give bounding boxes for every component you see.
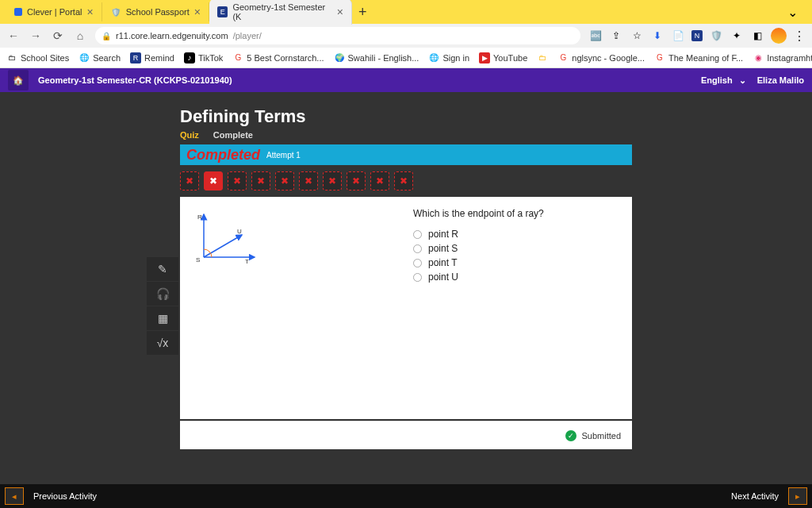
svg-text:U: U <box>237 228 242 235</box>
question-5[interactable]: ✖ <box>275 171 294 190</box>
new-tab-button[interactable]: + <box>352 4 373 21</box>
browser-tab-1[interactable]: Clever | Portal × <box>6 2 102 21</box>
completed-label: Completed <box>186 147 260 164</box>
addr-actions: 🔤 ⇪ ☆ ⬇ 📄 N 🛡️ ✦ ◧ ⋮ <box>588 28 806 44</box>
tab-label: Clever | Portal <box>27 7 82 17</box>
course-title: Geometry-1st Semester-CR (KCKPS-02101940… <box>38 75 232 85</box>
bookmark-folder[interactable]: 🗀 <box>537 52 548 64</box>
extensions-icon[interactable]: ✦ <box>730 29 744 43</box>
option-s[interactable]: point S <box>413 243 621 254</box>
bookmark-nglsync[interactable]: Gnglsync - Google... <box>557 52 645 64</box>
lock-icon: 🔒 <box>102 32 111 40</box>
question-2[interactable]: ✖ <box>204 171 223 190</box>
folder-icon: 🗀 <box>537 52 548 64</box>
question-8[interactable]: ✖ <box>347 171 366 190</box>
tab-label: School Passport <box>126 7 190 17</box>
globe-icon: 🌐 <box>79 52 90 64</box>
swahili-icon: 🌍 <box>334 52 345 64</box>
chevron-down-icon: ⌄ <box>739 75 746 86</box>
ray-diagram: R U S T <box>193 210 264 265</box>
url-input[interactable]: 🔒 r11.core.learn.edgenuity.com/player/ <box>95 27 580 44</box>
tool-strip: ✎ 🎧 ▦ √x <box>147 257 178 355</box>
bookmark-tiktok[interactable]: ♪TikTok <box>184 52 223 64</box>
formula-tool[interactable]: √x <box>147 331 178 355</box>
question-7[interactable]: ✖ <box>323 171 342 190</box>
question-9[interactable]: ✖ <box>370 171 389 190</box>
content-column: Defining Terms Quiz Complete Completed A… <box>180 92 632 449</box>
globe-icon: 🌐 <box>428 52 439 64</box>
reload-button[interactable]: ⟳ <box>51 29 65 42</box>
address-bar: ← → ⟳ ⌂ 🔒 r11.core.learn.edgenuity.com/p… <box>0 24 812 48</box>
youtube-icon: ▶ <box>479 52 490 64</box>
language-selector[interactable]: English ⌄ <box>701 75 746 86</box>
question-6[interactable]: ✖ <box>299 171 318 190</box>
question-3[interactable]: ✖ <box>228 171 247 190</box>
bookmark-icon[interactable]: ☆ <box>630 29 644 43</box>
check-icon: ✓ <box>565 430 576 441</box>
bookmark-signin[interactable]: 🌐Sign in <box>428 52 469 64</box>
home-icon: 🏠 <box>13 75 24 86</box>
option-r[interactable]: point R <box>413 229 621 240</box>
share-icon[interactable]: ⇪ <box>609 29 623 43</box>
ext-icon-4[interactable]: 🛡️ <box>709 29 723 43</box>
option-t[interactable]: point T <box>413 257 621 268</box>
bookmarks-bar: 🗀School Sites 🌐Search RRemind ♪TikTok G5… <box>0 48 812 68</box>
radio-icon <box>413 244 422 253</box>
remind-icon: R <box>130 52 141 64</box>
menu-button[interactable]: ⋮ <box>793 29 806 44</box>
ext-icon-3[interactable]: N <box>691 30 703 41</box>
subtitle: Quiz Complete <box>180 130 632 140</box>
google-icon: G <box>232 52 243 64</box>
prev-activity[interactable]: ◂ Previous Activity <box>0 484 102 508</box>
close-icon[interactable]: × <box>337 6 343 18</box>
svg-text:T: T <box>245 258 249 265</box>
bookmark-instagram[interactable]: ◉Instagramhttps://... <box>753 52 812 64</box>
user-name: Eliza Malilo <box>757 75 804 85</box>
google-icon: G <box>557 52 569 64</box>
url-domain: r11.core.learn.edgenuity.com <box>116 31 228 40</box>
complete-label: Complete <box>213 130 253 140</box>
page-title: Defining Terms <box>180 92 632 127</box>
radio-icon <box>413 230 422 239</box>
next-activity[interactable]: Next Activity ▸ <box>726 484 812 508</box>
audio-tool[interactable]: 🎧 <box>147 282 178 306</box>
bookmark-search[interactable]: 🌐Search <box>79 52 121 64</box>
question-text: Which is the endpoint of a ray? <box>413 208 621 219</box>
profile-avatar[interactable] <box>771 28 787 44</box>
translate-icon[interactable]: 🔤 <box>588 29 603 43</box>
ext-icon-1[interactable]: ⬇ <box>650 29 665 43</box>
pencil-tool[interactable]: ✎ <box>147 257 178 281</box>
browser-tab-2[interactable]: 🛡️ School Passport × <box>102 2 209 21</box>
calculator-tool[interactable]: ▦ <box>147 306 178 330</box>
bookmark-school-sites[interactable]: 🗀School Sites <box>6 52 69 64</box>
attempt-label: Attempt 1 <box>266 151 301 160</box>
google-icon: G <box>654 52 665 64</box>
browser-tab-strip: Clever | Portal × 🛡️ School Passport × E… <box>0 0 812 24</box>
question-4[interactable]: ✖ <box>251 171 270 190</box>
close-icon[interactable]: × <box>87 6 94 18</box>
browser-tab-3[interactable]: E Geometry-1st Semester (K × <box>209 0 352 25</box>
side-panel-icon[interactable]: ◧ <box>750 29 764 43</box>
tab-label: Geometry-1st Semester (K <box>232 2 331 21</box>
status-bar: Completed Attempt 1 <box>180 144 632 165</box>
course-home-button[interactable]: 🏠 <box>8 70 29 90</box>
footer: ◂ Previous Activity Next Activity ▸ <box>0 484 812 508</box>
close-icon[interactable]: × <box>194 6 201 18</box>
prev-arrow-icon: ◂ <box>5 487 24 505</box>
instagram-icon: ◉ <box>753 52 764 64</box>
question-1[interactable]: ✖ <box>180 171 199 190</box>
bookmark-meaning[interactable]: GThe Meaning of F... <box>654 52 743 64</box>
bookmark-remind[interactable]: RRemind <box>130 52 174 64</box>
forward-button[interactable]: → <box>29 29 43 42</box>
option-u[interactable]: point U <box>413 271 621 283</box>
question-10[interactable]: ✖ <box>394 171 413 190</box>
course-header: 🏠 Geometry-1st Semester-CR (KCKPS-021019… <box>0 68 812 92</box>
bookmark-swahili[interactable]: 🌍Swahili - English... <box>334 52 419 64</box>
bookmark-cornstarch[interactable]: G5 Best Cornstarch... <box>232 52 324 64</box>
home-button[interactable]: ⌂ <box>73 29 87 42</box>
bookmark-youtube[interactable]: ▶YouTube <box>479 52 527 64</box>
tab-list-button[interactable]: ⌄ <box>787 5 798 20</box>
diagram-area: R U S T <box>180 197 402 419</box>
ext-icon-2[interactable]: 📄 <box>671 29 685 43</box>
back-button[interactable]: ← <box>6 29 21 42</box>
